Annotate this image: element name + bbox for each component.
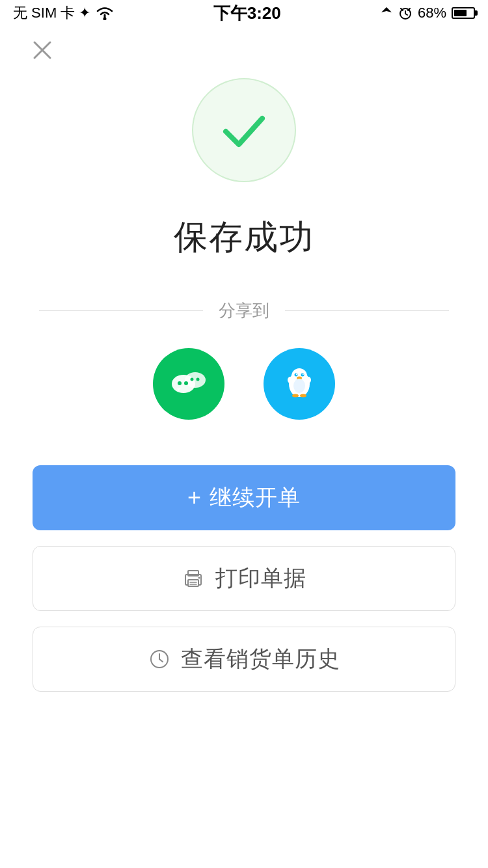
- print-button[interactable]: 打印单据: [33, 546, 455, 611]
- svg-line-3: [405, 14, 407, 15]
- svg-point-16: [295, 373, 297, 375]
- svg-line-32: [159, 659, 163, 662]
- svg-point-0: [103, 18, 107, 21]
- svg-point-7: [185, 372, 206, 388]
- svg-point-8: [178, 381, 182, 385]
- main-content: 保存成功 分享到: [0, 26, 488, 868]
- svg-point-17: [302, 373, 303, 375]
- wechat-share-button[interactable]: [153, 348, 224, 420]
- svg-point-19: [293, 379, 305, 393]
- svg-point-21: [300, 394, 306, 397]
- location-icon: [380, 6, 393, 20]
- svg-point-11: [196, 377, 199, 381]
- battery-percentage: 68%: [418, 5, 446, 21]
- wechat-icon: [168, 363, 210, 405]
- svg-point-22: [288, 377, 293, 383]
- clock-icon: [148, 648, 170, 670]
- divider-line-right: [285, 310, 449, 311]
- continue-icon: +: [187, 484, 202, 511]
- svg-point-15: [301, 373, 304, 376]
- printer-icon: [182, 567, 205, 590]
- qq-share-button[interactable]: [264, 348, 335, 420]
- success-circle: [192, 78, 296, 182]
- svg-point-29: [198, 577, 200, 579]
- history-label: 查看销货单历史: [181, 644, 340, 674]
- divider-line-left: [39, 310, 203, 311]
- success-title: 保存成功: [174, 215, 314, 260]
- no-sim-text: 无 SIM 卡 ✦: [13, 3, 90, 23]
- print-label: 打印单据: [215, 563, 306, 593]
- checkmark-icon: [218, 104, 270, 156]
- svg-point-23: [306, 377, 311, 383]
- svg-point-14: [294, 373, 297, 376]
- history-button[interactable]: 查看销货单历史: [33, 627, 455, 692]
- continue-label: 继续开单: [210, 483, 301, 513]
- svg-point-9: [184, 381, 188, 385]
- alarm-icon: [398, 6, 413, 20]
- status-right: 68%: [380, 5, 475, 21]
- svg-point-10: [190, 377, 193, 381]
- status-bar: 无 SIM 卡 ✦ 下午3:20 68%: [0, 0, 488, 26]
- svg-point-20: [292, 394, 299, 397]
- wifi-icon: [96, 6, 114, 20]
- share-label: 分享到: [203, 299, 285, 322]
- share-icons: [153, 348, 335, 420]
- status-left: 无 SIM 卡 ✦: [13, 3, 114, 23]
- svg-rect-26: [188, 580, 198, 586]
- status-time: 下午3:20: [213, 2, 281, 25]
- share-divider: 分享到: [0, 299, 488, 322]
- continue-button[interactable]: + 继续开单: [33, 465, 455, 530]
- action-buttons: + 继续开单 打印单据 查看销货单历史: [0, 465, 488, 692]
- battery-icon: [452, 7, 475, 19]
- qq-icon: [278, 363, 321, 405]
